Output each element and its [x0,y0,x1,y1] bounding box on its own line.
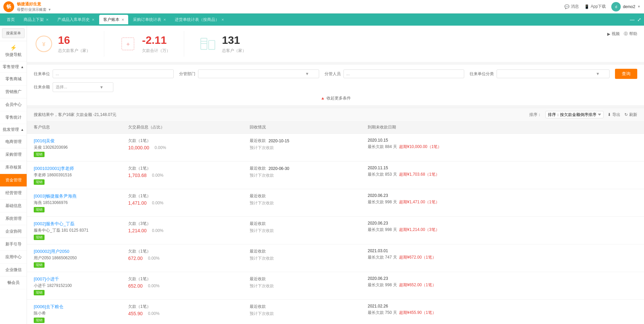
sidebar-item-operations[interactable]: 经营管理 [0,187,27,200]
sidebar-item-wholesale-mgmt[interactable]: 批发管理 ▲ [0,124,27,136]
search-button[interactable]: 查询 [615,69,637,79]
sidebar-item-ecommerce[interactable]: 电商管理 [0,136,27,148]
search-menu-btn[interactable]: 搜索菜单 [2,28,25,38]
debt-label: 欠款（1笔） [128,166,250,171]
collapse-button[interactable]: 🔺 收起更多条件 [320,95,351,101]
tab-purchase-product-stats[interactable]: 进货单统计表（按商品） ✕ [171,15,228,24]
stats-row: ¥ 16 总欠款客户（家） ✦ -2.11 [27,26,644,62]
table-row: [0016]吴俊 吴俊 13026203696 现销 欠款（1笔） 10,000… [27,134,644,161]
customer-name[interactable]: [0001020001]李老师 [34,166,128,172]
sidebar-item-app-center[interactable]: 应用中心 [0,251,27,264]
app-download-btn[interactable]: 📱 App下载 [584,4,606,9]
stat-icon-3 [198,34,218,54]
tab-production-history[interactable]: 产成品入库单历史 ✕ [53,15,99,24]
balance-select[interactable]: 选择... ▼ [53,82,113,92]
sidebar-item-retail-mgmt[interactable]: 零售管理 ▲ [0,61,27,73]
tab-close-icon[interactable]: ✕ [46,18,49,22]
filter-area: 往来单位 ... 分管部门 ▼ 分管人员 . [27,65,644,105]
total-debt-label: 欠款合计（万） [142,48,170,54]
customer-unit-input[interactable]: ... [53,69,174,78]
sidebar-item-member-vip[interactable]: 畅会员 [0,276,27,289]
stat-card-total-debt: ✦ -2.11 欠款合计（万） [118,31,184,57]
sidebar-item-inventory[interactable]: 库存核算 [0,161,27,174]
tab-purchase-stats[interactable]: 采购订单统计表 ✕ [129,15,170,24]
tab-home[interactable]: 首页 [3,15,19,24]
table-row: [0003]畅捷服务尹海燕 海燕 18513066976 现销 欠款（1笔） 1… [27,189,644,217]
minimize-icon[interactable]: — [630,17,635,22]
refresh-icon: ↻ [624,112,628,117]
tab-close-icon[interactable]: ✕ [163,18,166,22]
unit-category-input[interactable]: ▼ [497,69,610,78]
customer-info-cell: [0003]畅捷服务尹海燕 海燕 18513066976 现销 [34,193,128,212]
sidebar-item-marketing[interactable]: 营销推广 [0,86,27,98]
overdue-link[interactable]: 超期¥10,000.00（1笔） [399,144,442,150]
tab-close-icon[interactable]: ✕ [92,18,94,22]
sidebar-item-finance[interactable]: 资金管理 [0,174,27,187]
branch-input[interactable]: ▼ [198,69,319,78]
top-bar: 畅 畅捷通好生意 母婴行业演示账套 ▼ 💬 消息 📱 App下载 d demo2… [0,0,644,13]
refresh-btn[interactable]: ↻ 刷新 [624,112,637,118]
sidebar-item-enterprise-collab[interactable]: 企业协同 [0,225,27,238]
debt-row: 10,000.00 0.00% [128,145,250,150]
customer-info-cell: [0007]小进千 小进千 18279152100 现销 [34,276,128,295]
sidebar-item-basic-info[interactable]: 基础信息 [0,200,27,212]
total-customers-value: 131 [222,34,246,47]
customer-info-cell: [0001020001]李老师 李老师 18600391516 现销 [34,166,128,185]
sidebar-item-enterprise-wechat[interactable]: 企业微信 [0,264,27,276]
export-btn[interactable]: ⬇ 导出 [608,112,620,118]
debt-info-cell: 欠款（1笔） 1,703.68 0.00% [128,166,250,185]
help-btn[interactable]: ⓪ 帮助 [624,31,637,37]
table-header: 客户信息 欠交易信息（占比） 回收情况 到期未收款日期 [27,121,644,134]
table-row: [0001020001]李老师 李老师 18600391516 现销 欠款（1笔… [27,161,644,189]
user-area[interactable]: d demo2 ▼ [611,2,641,11]
sidebar-item-quick-nav[interactable]: ⚡ 快捷导航 [0,41,27,61]
customer-name[interactable]: [0003]畅捷服务尹海燕 [34,193,128,199]
tab-product-listing[interactable]: 商品上下架 ✕ [20,15,53,24]
tab-customer-ledger[interactable]: 客户账本 ✕ [99,15,128,24]
results-bar: 搜索结果中，客户16家 欠款金额 -21,148.07元 排序： 排序：按欠款金… [27,108,644,121]
sidebar-item-system[interactable]: 系统管理 [0,212,27,225]
avatar: d [611,2,621,11]
filter-branch: 分管部门 ▼ [179,69,319,78]
due-date-cell: 2021.02.26 最长欠款 750 天 超期¥455.90（1笔） [368,304,637,323]
customer-info-cell: [0016]吴俊 吴俊 13026203696 现销 [34,138,128,157]
top-right-actions: 💬 消息 📱 App下载 d demo2 ▼ [564,2,641,11]
sidebar-item-member-center[interactable]: 会员中心 [0,98,27,111]
sidebar-item-purchase-mgmt[interactable]: 采购管理 [0,148,27,161]
results-summary: 搜索结果中，客户16家 欠款金额 -21,148.07元 [34,112,116,118]
svg-text:¥: ¥ [42,41,46,48]
stat-card-overdue-customers: ¥ 16 总欠款客户（家） [34,31,104,57]
maximize-icon[interactable]: ⤢ [637,17,641,22]
sidebar-item-guide[interactable]: 新手引导 [0,238,27,251]
video-icon: ▶ [607,32,610,36]
customer-name[interactable]: [0016]吴俊 [34,138,128,144]
customer-tag: 现销 [34,179,45,185]
repay-status-cell: 最近收款 预计下次收款 [250,304,368,323]
quick-nav-icon: ⚡ [10,45,17,51]
due-date-cell: 2020.06.23 最长欠款 998 天 超期¥652.00（1笔） [368,276,637,295]
sidebar-search-area: 搜索菜单 [0,26,27,41]
filter-row-2: 往来余额 选择... ▼ [34,82,637,92]
due-date-cell: 2021.03.01 最长欠款 747 天 超期¥672.00（1笔） [368,248,637,268]
sort-select[interactable]: 排序：按欠款金额倒序排序 [545,111,604,118]
repay-status-cell: 最近收款 预计下次收款 [250,193,368,212]
video-btn[interactable]: ▶ 视频 [607,31,620,37]
overdue-link[interactable]: 超期¥1,703.68（1笔） [399,172,440,177]
tab-close-icon[interactable]: ✕ [121,18,124,22]
table-row: [0002]服务中心_丁磊 服务中心_丁磊 181 0125 8371 现销 欠… [27,217,644,244]
manager-input[interactable]: ... [343,69,465,78]
tab-bar-actions: — ⤢ [630,17,641,22]
help-icon: ⓪ [624,31,628,37]
message-btn[interactable]: 💬 消息 [564,4,579,9]
table-area: 客户信息 欠交易信息（占比） 回收情况 到期未收款日期 [0016]吴俊 吴俊 … [27,121,644,324]
results-actions: 排序： 排序：按欠款金额倒序排序 ⬇ 导出 ↻ 刷新 [529,111,637,118]
filter-balance-label: 往来余额 [34,84,50,90]
sidebar-item-retail-stats[interactable]: 零售统计 [0,111,27,124]
stat-info-1: 16 总欠款客户（家） [58,34,90,54]
col-due-date: 到期未收款日期 [368,124,637,130]
customer-phone: 李老师 18600391516 [34,172,128,178]
sidebar-item-retail-mall[interactable]: 零售商城 [0,73,27,86]
stat-right-actions: ▶ 视频 ⓪ 帮助 [607,31,637,57]
logo-icon: 畅 [3,1,14,12]
tab-close-icon[interactable]: ✕ [221,18,224,22]
